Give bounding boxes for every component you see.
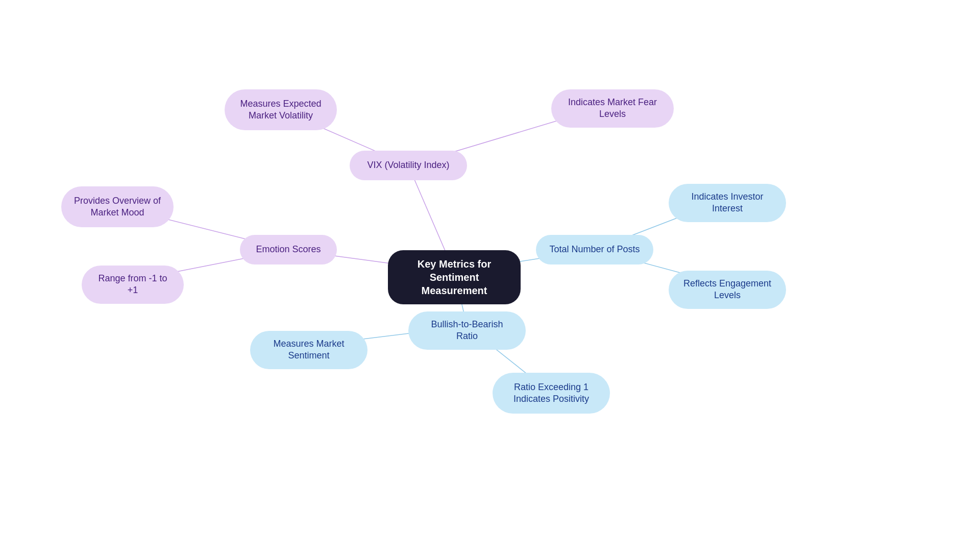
- investor-interest-node: Indicates Investor Interest: [669, 184, 786, 222]
- market-mood-node: Provides Overview of Market Mood: [61, 186, 174, 227]
- total-posts-label: Total Number of Posts: [549, 244, 640, 255]
- measures-volatility-label: Measures Expected Market Volatility: [236, 98, 326, 122]
- engagement-node: Reflects Engagement Levels: [669, 271, 786, 309]
- market-fear-node: Indicates Market Fear Levels: [551, 89, 674, 128]
- ratio-exceeding-label: Ratio Exceeding 1 Indicates Positivity: [504, 381, 599, 405]
- center-label: Key Metrics for Sentiment Measurement: [399, 257, 509, 297]
- emotion-scores-node: Emotion Scores: [240, 235, 337, 265]
- engagement-label: Reflects Engagement Levels: [680, 278, 775, 302]
- investor-interest-label: Indicates Investor Interest: [680, 191, 775, 215]
- bullish-ratio-node: Bullish-to-Bearish Ratio: [408, 311, 526, 350]
- center-node: Key Metrics for Sentiment Measurement: [388, 250, 521, 304]
- mind-map: Key Metrics for Sentiment Measurement VI…: [0, 0, 980, 553]
- ratio-exceeding-node: Ratio Exceeding 1 Indicates Positivity: [493, 373, 610, 414]
- vix-label: VIX (Volatility Index): [367, 159, 449, 171]
- range-node: Range from -1 to +1: [82, 266, 184, 304]
- bullish-ratio-label: Bullish-to-Bearish Ratio: [420, 319, 514, 343]
- range-label: Range from -1 to +1: [93, 273, 173, 297]
- emotion-scores-label: Emotion Scores: [256, 244, 321, 255]
- market-mood-label: Provides Overview of Market Mood: [72, 195, 162, 219]
- measures-sentiment-node: Measures Market Sentiment: [250, 331, 368, 369]
- measures-sentiment-label: Measures Market Sentiment: [261, 338, 356, 362]
- measures-volatility-node: Measures Expected Market Volatility: [225, 89, 337, 130]
- market-fear-label: Indicates Market Fear Levels: [562, 97, 663, 121]
- total-posts-node: Total Number of Posts: [536, 235, 653, 265]
- vix-node: VIX (Volatility Index): [350, 151, 467, 180]
